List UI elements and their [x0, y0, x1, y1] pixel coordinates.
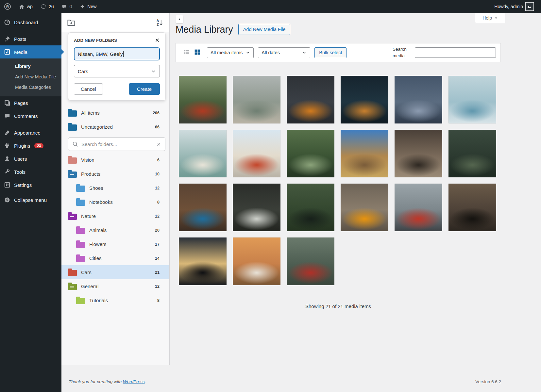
wordpress-logo[interactable]: W — [0, 0, 15, 13]
help-menu-button[interactable]: Help — [475, 13, 505, 23]
folder-name: Nature — [81, 213, 151, 219]
media-item-chicago-theatre-night[interactable] — [341, 76, 388, 123]
wrench-icon — [4, 169, 10, 175]
grid-view-icon — [194, 49, 201, 56]
sidebar-item-media[interactable]: Media — [0, 45, 61, 58]
folder-tree: Vision6Products10Shoes12Notebooks8Nature… — [61, 153, 169, 307]
admin-bar: W wp 26 0 New Howdy, admin — [0, 0, 541, 13]
submenu-item-add-new-media-file[interactable]: Add New Media File — [0, 72, 61, 82]
submenu-item-media-categories[interactable]: Media Categories — [0, 82, 61, 92]
media-item-orange-hatchback-gravel[interactable] — [341, 184, 388, 231]
media-item-two-red-cars-forest-road[interactable] — [287, 237, 334, 285]
list-view-button[interactable] — [183, 49, 190, 57]
media-item-white-audi-dark-trail[interactable] — [233, 184, 280, 231]
avatar — [525, 2, 534, 11]
folder-products[interactable]: Products10 — [61, 167, 169, 181]
folder-icon — [68, 214, 77, 220]
sidebar-item-users[interactable]: Users — [0, 152, 61, 165]
media-item-black-challenger-bridge[interactable] — [448, 184, 496, 231]
folder-nature[interactable]: Nature12 — [61, 209, 169, 223]
media-submenu: LibraryAdd New Media FileMedia Categorie… — [0, 58, 61, 96]
collapse-menu-button[interactable]: Collapse menu — [0, 193, 61, 206]
folder-general[interactable]: General12 — [61, 279, 169, 293]
media-grid — [179, 76, 502, 285]
folder-cars[interactable]: Cars21 — [61, 265, 169, 279]
admin-menu: DashboardPostsMediaLibraryAdd New Media … — [0, 16, 61, 191]
folder-vision[interactable]: Vision6 — [61, 153, 169, 167]
media-item-red-bmw-under-trees[interactable] — [179, 76, 227, 123]
sidebar-item-settings[interactable]: Settings — [0, 178, 61, 191]
media-item-offroad-jeep-forest[interactable] — [287, 184, 334, 231]
sort-folders-button[interactable]: A Z — [156, 18, 163, 27]
wordpress-link[interactable]: WordPress — [123, 379, 145, 384]
folder-count: 6 — [157, 158, 160, 162]
sidebar-item-comments[interactable]: Comments — [0, 109, 61, 122]
folder-cities[interactable]: Cities14 — [61, 251, 169, 265]
footer-version: Version 6.6.2 — [475, 379, 501, 384]
sidebar-item-appearance[interactable]: Appearance — [0, 126, 61, 139]
clear-search-icon[interactable] — [156, 142, 161, 147]
media-item-london-street-red-bus[interactable] — [233, 130, 280, 177]
grid-view-button[interactable] — [194, 49, 201, 57]
folder-tutorials[interactable]: Tutorials8 — [61, 293, 169, 307]
media-item-land-rover-forest[interactable] — [287, 130, 334, 177]
greeting-text: Howdy, admin — [494, 4, 523, 9]
cancel-button[interactable]: Cancel — [74, 83, 103, 95]
admin-footer: Thank you for creating with WordPress. V… — [61, 365, 541, 392]
new-folder-name-input[interactable]: Nissan, BMW, Geely — [74, 47, 160, 60]
media-item-aerial-winter-town[interactable] — [448, 76, 496, 123]
close-dialog-button[interactable] — [155, 38, 160, 43]
media-item-city-canal-bridge[interactable] — [179, 130, 227, 177]
account-menu[interactable]: Howdy, admin — [490, 2, 538, 11]
folder-flowers[interactable]: Flowers17 — [61, 237, 169, 251]
media-item-domed-cathedral[interactable] — [233, 76, 280, 123]
folder-notebooks[interactable]: Notebooks8 — [61, 195, 169, 209]
site-menu[interactable]: wp — [15, 0, 37, 13]
sidebar-item-tools[interactable]: Tools — [0, 165, 61, 178]
add-new-media-file-button[interactable]: Add New Media File — [238, 24, 291, 35]
media-item-muscle-car-dusk[interactable] — [179, 237, 227, 285]
sidebar-item-plugins[interactable]: Plugins23 — [0, 139, 61, 152]
updates-menu[interactable]: 26 — [37, 0, 58, 13]
media-item-blue-subaru-autumn-forest[interactable] — [179, 184, 227, 231]
sidebar-item-pages[interactable]: Pages — [0, 96, 61, 109]
folder-icon — [76, 242, 85, 248]
media-item-desert-highway-van[interactable] — [341, 130, 388, 177]
media-item-suv-dirt-trail[interactable] — [395, 130, 442, 177]
submenu-item-library[interactable]: Library — [0, 61, 61, 72]
media-item-rainy-city-night[interactable] — [395, 76, 442, 123]
create-button[interactable]: Create — [129, 83, 160, 95]
media-item-white-sportscar-sunset[interactable] — [233, 237, 280, 285]
comments-count: 0 — [69, 4, 72, 9]
bulk-select-button[interactable]: Bulk select — [314, 47, 347, 58]
folder-uncategorized[interactable]: Uncategorized66 — [61, 120, 169, 134]
folder-all-items[interactable]: All items206 — [61, 106, 169, 120]
new-folder-button[interactable] — [67, 18, 76, 27]
media-item-car-mountain-forest[interactable] — [448, 130, 496, 177]
add-folder-icon — [67, 18, 76, 27]
special-folder-list: All items206Uncategorized66 — [61, 106, 169, 134]
updates-count: 26 — [49, 4, 54, 9]
main-content: Help Media Library Add New Media File — [170, 13, 541, 365]
sidebar-item-posts[interactable]: Posts — [0, 32, 61, 45]
search-folders-input[interactable] — [81, 141, 153, 147]
folder-icon — [68, 110, 77, 117]
date-filter-select[interactable]: All dates — [258, 47, 310, 58]
folder-name: Flowers — [89, 241, 151, 247]
new-folder-name-value: Nissan, BMW, Geely — [78, 51, 123, 57]
folder-count: 66 — [155, 125, 160, 129]
sidebar-item-dashboard[interactable]: Dashboard — [0, 16, 61, 29]
date-filter-value: All dates — [262, 50, 280, 55]
comments-menu[interactable]: 0 — [58, 0, 76, 13]
media-icon — [4, 49, 10, 55]
folder-shoes[interactable]: Shoes12 — [61, 181, 169, 195]
collapse-folders-panel-button[interactable] — [176, 15, 183, 23]
media-item-red-bmw-parking-lot[interactable] — [395, 184, 442, 231]
folder-count: 8 — [157, 298, 160, 303]
media-type-filter-select[interactable]: All media items — [207, 47, 254, 58]
new-content-menu[interactable]: New — [76, 0, 100, 13]
media-item-dark-aerial-orange-glow[interactable] — [287, 76, 334, 123]
search-media-input[interactable] — [415, 47, 496, 58]
parent-folder-select[interactable]: Cars — [74, 65, 160, 77]
folder-animals[interactable]: Animals20 — [61, 223, 169, 237]
